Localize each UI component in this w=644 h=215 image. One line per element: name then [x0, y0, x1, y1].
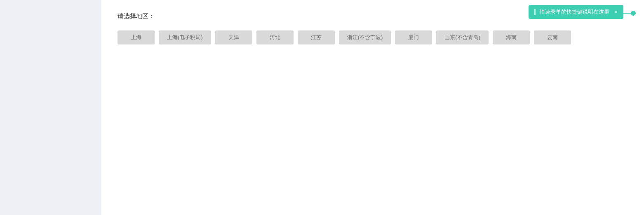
region-button[interactable]: 浙江(不含宁波) [339, 30, 391, 44]
region-button[interactable]: 天津 [215, 30, 252, 44]
region-button[interactable]: 山东(不含青岛) [436, 30, 489, 44]
region-grid: 上海上海(电子税局)天津河北江苏浙江(不含宁波)厦门山东(不含青岛)海南云南 [118, 30, 628, 44]
region-button[interactable]: 云南 [534, 30, 571, 44]
region-button[interactable]: 上海 [118, 30, 155, 44]
tooltip-dot [631, 11, 636, 16]
region-button[interactable]: 厦门 [395, 30, 432, 44]
region-button[interactable]: 江苏 [298, 30, 335, 44]
main-content: 请选择地区： 上海上海(电子税局)天津河北江苏浙江(不含宁波)厦门山东(不含青岛… [101, 0, 644, 215]
region-button[interactable]: 河北 [256, 30, 294, 44]
sidebar [0, 0, 101, 215]
region-button[interactable]: 海南 [493, 30, 530, 44]
tooltip-text: 快速录单的快捷键说明在这里 [540, 8, 609, 16]
tooltip-close-button[interactable]: × [614, 9, 618, 15]
region-button[interactable]: 上海(电子税局) [159, 30, 211, 44]
tooltip-line [623, 13, 631, 14]
tooltip-bar: 快速录单的快捷键说明在这里 × [529, 5, 623, 19]
